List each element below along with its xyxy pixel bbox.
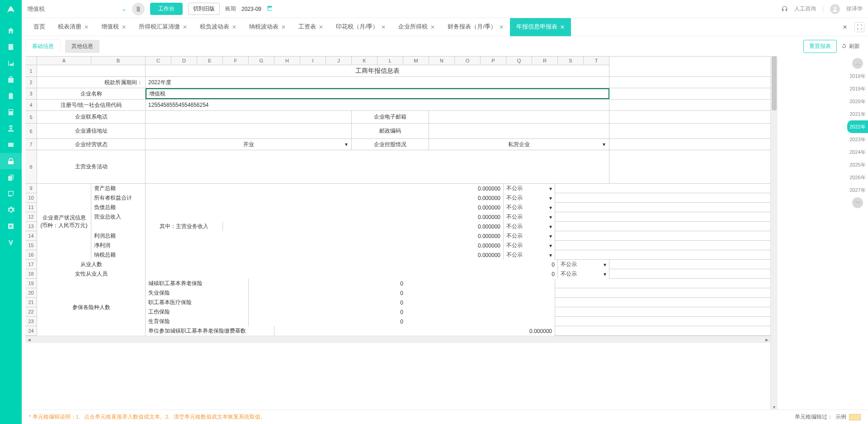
close-icon[interactable]: ✕ bbox=[183, 24, 187, 30]
row-header[interactable]: 8 bbox=[25, 150, 37, 183]
row-header[interactable]: 9 bbox=[25, 184, 37, 193]
table-row[interactable]: 14利润总额0.000000不公示▾ bbox=[25, 231, 770, 241]
close-icon[interactable]: ✕ bbox=[232, 24, 236, 30]
cell[interactable]: 0.000000 bbox=[146, 241, 504, 250]
table-row[interactable]: 6企业通信地址邮政编码 bbox=[25, 124, 770, 139]
table-row[interactable]: 9资产总额0.000000不公示▾ bbox=[25, 184, 770, 193]
fullscreen-icon[interactable]: ⛶ bbox=[854, 22, 864, 32]
sidebar-chart-icon[interactable] bbox=[0, 55, 22, 71]
scrollbar-thumb[interactable] bbox=[772, 56, 777, 110]
row-header[interactable]: 3 bbox=[25, 88, 37, 99]
row-header[interactable]: 21 bbox=[25, 298, 37, 307]
row-header[interactable]: 22 bbox=[25, 307, 37, 316]
tab-stamp-tax[interactable]: 印花税（月/季）✕ bbox=[330, 18, 392, 36]
year-2018[interactable]: 2018年 bbox=[847, 70, 868, 82]
cell[interactable]: 0.000000 bbox=[146, 193, 504, 203]
cell[interactable]: 失业保险 bbox=[146, 288, 249, 298]
cell[interactable]: 主营业务活动 bbox=[37, 150, 146, 183]
row-header[interactable]: 7 bbox=[25, 139, 37, 150]
cell[interactable] bbox=[146, 124, 352, 138]
cell[interactable]: 职工基本医疗保险 bbox=[146, 298, 249, 307]
cell[interactable]: 企业电子邮箱 bbox=[352, 111, 429, 123]
cell[interactable]: 0.000000 bbox=[146, 184, 504, 193]
row-header[interactable]: 20 bbox=[25, 288, 37, 297]
cell[interactable] bbox=[37, 65, 146, 76]
tab-annual-report[interactable]: 年报信息申报表✕ bbox=[510, 18, 571, 36]
cell[interactable]: 0.000000 bbox=[146, 212, 504, 222]
tab-income-tax[interactable]: 所得税汇算清缴✕ bbox=[132, 18, 193, 36]
col-header[interactable]: H bbox=[274, 57, 300, 65]
cell[interactable]: 负债总额 bbox=[91, 203, 146, 212]
cell[interactable]: 企业联系电话 bbox=[37, 111, 146, 123]
cell[interactable]: 从业人数 bbox=[37, 260, 146, 269]
close-all-icon[interactable]: ✕ bbox=[840, 22, 850, 32]
table-row[interactable]: 12营业总收入0.000000不公示▾ bbox=[25, 212, 770, 222]
disclosure-select[interactable]: 不公示▾ bbox=[504, 241, 555, 250]
year-2022[interactable]: 2022年 bbox=[847, 120, 868, 133]
table-row[interactable]: 3企业名称增值税 bbox=[25, 88, 770, 100]
table-row[interactable]: 13其中：主营业务收入0.000000不公示▾ bbox=[25, 222, 770, 231]
year-down-icon[interactable]: ﹀ bbox=[852, 197, 863, 208]
table-row[interactable]: 17从业人数0不公示▾ bbox=[25, 260, 770, 269]
row-header[interactable]: 18 bbox=[25, 269, 37, 278]
cell[interactable]: 其中：主营业务收入 bbox=[146, 222, 223, 231]
col-header[interactable]: L bbox=[377, 57, 403, 65]
cell[interactable]: 0.000000 bbox=[146, 231, 504, 241]
cell[interactable]: 所有者权益合计 bbox=[91, 193, 146, 203]
tab-corp-tax[interactable]: 企业所得税✕ bbox=[392, 18, 441, 36]
cell[interactable]: 注册号/统一社会信用代码 bbox=[37, 100, 146, 110]
disclosure-select[interactable]: 不公示▾ bbox=[504, 231, 555, 241]
table-row[interactable]: 2税款所属期间：2022年度 bbox=[25, 77, 770, 88]
row-header[interactable]: 23 bbox=[25, 317, 37, 326]
tab-vat[interactable]: 增值税✕ bbox=[95, 18, 132, 36]
close-icon[interactable]: ✕ bbox=[430, 24, 435, 30]
row-header[interactable]: 14 bbox=[25, 231, 37, 240]
year-2024[interactable]: 2024年 bbox=[847, 146, 868, 158]
year-2025[interactable]: 2025年 bbox=[847, 158, 868, 171]
row-header[interactable]: 19 bbox=[25, 279, 37, 288]
sidebar-stamp-icon[interactable] bbox=[0, 120, 22, 137]
tab-tax-list[interactable]: 税表清册✕ bbox=[52, 18, 95, 36]
cell[interactable]: 女性从业人员 bbox=[37, 269, 146, 279]
row-header[interactable]: 1 bbox=[25, 65, 37, 76]
cell[interactable]: 0 bbox=[249, 317, 555, 326]
cell[interactable]: 0 bbox=[249, 307, 555, 317]
subtab-basic[interactable]: 基础信息 bbox=[25, 39, 61, 53]
col-header[interactable]: S bbox=[558, 57, 584, 65]
col-header[interactable]: C bbox=[146, 57, 171, 65]
sidebar-gear-icon[interactable] bbox=[0, 202, 22, 218]
refresh-link[interactable]: 刷新 bbox=[841, 43, 860, 50]
sidebar-home-icon[interactable] bbox=[0, 23, 22, 39]
close-icon[interactable]: ✕ bbox=[281, 24, 286, 30]
calendar-icon[interactable] bbox=[267, 5, 273, 13]
year-2019[interactable]: 2019年 bbox=[847, 82, 868, 95]
tab-tax-fluct[interactable]: 税负波动表✕ bbox=[193, 18, 243, 36]
col-header[interactable]: G bbox=[249, 57, 274, 65]
col-header[interactable]: O bbox=[455, 57, 481, 65]
table-row[interactable]: 11负债总额0.000000不公示▾ bbox=[25, 203, 770, 212]
subtab-other[interactable]: 其他信息 bbox=[65, 40, 99, 53]
sidebar-v-icon[interactable] bbox=[0, 234, 22, 251]
headset-icon[interactable] bbox=[781, 5, 788, 12]
disclosure-select[interactable]: 不公示▾ bbox=[504, 250, 555, 260]
cell[interactable] bbox=[429, 124, 609, 138]
row-header[interactable]: 15 bbox=[25, 241, 37, 250]
col-header[interactable]: F bbox=[223, 57, 249, 65]
consult-link[interactable]: 人工咨询 bbox=[794, 5, 816, 13]
col-header[interactable]: N bbox=[429, 57, 455, 65]
col-header[interactable]: K bbox=[352, 57, 377, 65]
col-header[interactable]: E bbox=[197, 57, 223, 65]
avatar-icon[interactable] bbox=[830, 4, 840, 14]
cell[interactable]: 邮政编码 bbox=[352, 124, 429, 138]
year-2027[interactable]: 2027年 bbox=[847, 184, 868, 196]
col-header[interactable]: B bbox=[91, 57, 146, 65]
company-dropdown[interactable]: 增值税 ⌄ bbox=[27, 5, 127, 13]
cell[interactable]: 0 bbox=[146, 260, 558, 269]
document-icon[interactable] bbox=[132, 3, 145, 15]
tab-pay-fluct[interactable]: 纳税波动表✕ bbox=[243, 18, 292, 36]
row-header[interactable]: 24 bbox=[25, 326, 37, 335]
col-header[interactable]: R bbox=[532, 57, 558, 65]
cell[interactable]: 企业控股情况 bbox=[352, 139, 429, 150]
disclosure-select[interactable]: 不公示▾ bbox=[504, 184, 555, 193]
row-header[interactable]: 5 bbox=[25, 111, 37, 123]
